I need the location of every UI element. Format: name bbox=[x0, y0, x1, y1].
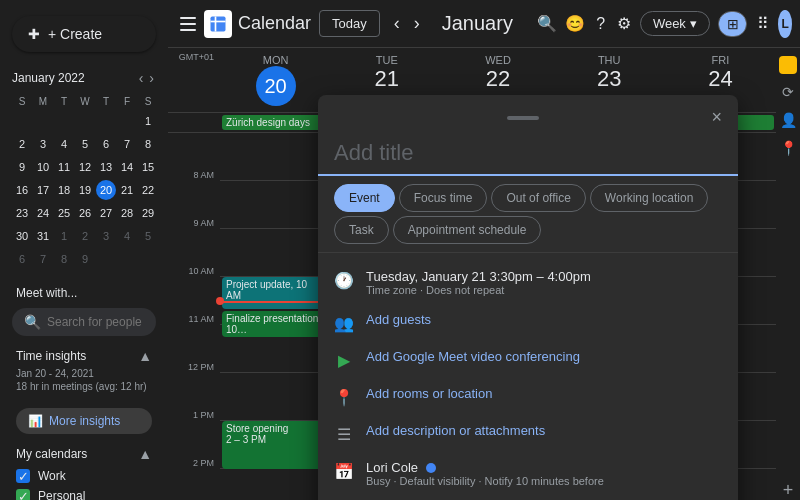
tab-task[interactable]: Task bbox=[334, 216, 389, 244]
mini-day[interactable] bbox=[75, 111, 95, 131]
today-button[interactable]: Today bbox=[319, 10, 380, 37]
mini-day[interactable]: 4 bbox=[117, 226, 137, 246]
mini-day[interactable]: 8 bbox=[138, 134, 158, 154]
right-icon-2[interactable]: ⟳ bbox=[778, 82, 798, 102]
search-button[interactable]: 🔍 bbox=[537, 8, 557, 40]
tab-appointment[interactable]: Appointment schedule bbox=[393, 216, 542, 244]
mini-day[interactable]: 21 bbox=[117, 180, 137, 200]
mini-day[interactable] bbox=[54, 111, 74, 131]
clock-icon: 🕐 bbox=[334, 270, 354, 290]
help-button[interactable]: ? bbox=[593, 8, 608, 40]
tab-event[interactable]: Event bbox=[334, 184, 395, 212]
settings-button[interactable]: ⚙ bbox=[616, 8, 631, 40]
add-right-icon[interactable]: + bbox=[778, 480, 798, 500]
avatar[interactable]: L bbox=[778, 10, 792, 38]
mini-day[interactable]: 28 bbox=[117, 203, 137, 223]
mini-day[interactable]: 4 bbox=[54, 134, 74, 154]
mini-day[interactable]: 8 bbox=[54, 249, 74, 269]
mini-day[interactable]: 5 bbox=[138, 226, 158, 246]
mini-day[interactable]: 24 bbox=[33, 203, 53, 223]
mini-day[interactable]: 25 bbox=[54, 203, 74, 223]
mini-day[interactable]: 7 bbox=[33, 249, 53, 269]
description-content[interactable]: Add description or attachments bbox=[366, 423, 722, 438]
prev-button[interactable]: ‹ bbox=[388, 9, 406, 38]
mini-day[interactable]: 31 bbox=[33, 226, 53, 246]
mini-day[interactable]: 10 bbox=[33, 157, 53, 177]
mini-day[interactable]: 13 bbox=[96, 157, 116, 177]
mini-day[interactable] bbox=[138, 249, 158, 269]
mini-day[interactable]: 6 bbox=[12, 249, 32, 269]
my-calendars-title[interactable]: My calendars bbox=[16, 447, 87, 461]
mini-day[interactable]: 7 bbox=[117, 134, 137, 154]
add-location-text[interactable]: Add rooms or location bbox=[366, 386, 722, 401]
mini-day[interactable]: 19 bbox=[75, 180, 95, 200]
mini-day-1[interactable]: 1 bbox=[138, 111, 158, 131]
event-project-update[interactable]: Project update, 10 AM bbox=[222, 277, 328, 309]
create-button[interactable]: ✚ + Create bbox=[12, 16, 156, 52]
search-people-input[interactable] bbox=[47, 315, 144, 329]
mini-day[interactable]: 15 bbox=[138, 157, 158, 177]
mini-cal-prev[interactable]: ‹ bbox=[137, 68, 146, 88]
meet-with-label: Meet with... bbox=[0, 278, 168, 304]
next-button[interactable]: › bbox=[408, 9, 426, 38]
event-finalize-presentation[interactable]: Finalize presentation, 10… bbox=[222, 311, 328, 337]
mini-day[interactable]: 9 bbox=[12, 157, 32, 177]
add-description-text[interactable]: Add description or attachments bbox=[366, 423, 722, 438]
mini-day[interactable]: 18 bbox=[54, 180, 74, 200]
meet-content[interactable]: Add Google Meet video conferencing bbox=[366, 349, 722, 364]
apps-button[interactable]: ⠿ bbox=[755, 8, 770, 40]
calendar-item-personal[interactable]: ✓ Personal bbox=[16, 486, 152, 500]
mini-day[interactable]: 12 bbox=[75, 157, 95, 177]
mini-day[interactable] bbox=[96, 249, 116, 269]
logo-text: Calendar bbox=[238, 13, 311, 34]
mini-day[interactable]: 27 bbox=[96, 203, 116, 223]
contacts-button[interactable]: 😊 bbox=[565, 8, 585, 40]
add-meet-text[interactable]: Add Google Meet video conferencing bbox=[366, 349, 722, 364]
mini-day[interactable]: 23 bbox=[12, 203, 32, 223]
mini-day[interactable]: 3 bbox=[33, 134, 53, 154]
mini-day[interactable]: 14 bbox=[117, 157, 137, 177]
insights-collapse-icon[interactable]: ▲ bbox=[138, 348, 152, 364]
right-icon-4[interactable]: 📍 bbox=[778, 138, 798, 158]
tab-out-of-office[interactable]: Out of office bbox=[491, 184, 585, 212]
mini-day[interactable] bbox=[33, 111, 53, 131]
modal-close-button[interactable]: × bbox=[711, 107, 722, 128]
grid-view-button[interactable]: ⊞ bbox=[719, 12, 747, 36]
guests-content[interactable]: Add guests bbox=[366, 312, 722, 327]
mini-day[interactable]: 29 bbox=[138, 203, 158, 223]
mini-day[interactable]: 16 bbox=[12, 180, 32, 200]
right-icon-3[interactable]: 👤 bbox=[778, 110, 798, 130]
view-dropdown[interactable]: Week ▾ bbox=[640, 11, 710, 36]
mini-day[interactable]: 26 bbox=[75, 203, 95, 223]
my-calendars-collapse[interactable]: ▲ bbox=[138, 446, 152, 462]
search-people-box[interactable]: 🔍 bbox=[12, 308, 156, 336]
right-icon-1[interactable] bbox=[779, 56, 797, 74]
mini-day[interactable]: 6 bbox=[96, 134, 116, 154]
mini-day[interactable]: 17 bbox=[33, 180, 53, 200]
mini-day-today[interactable]: 20 bbox=[96, 180, 116, 200]
mini-day[interactable]: 2 bbox=[12, 134, 32, 154]
mini-day[interactable] bbox=[96, 111, 116, 131]
location-content[interactable]: Add rooms or location bbox=[366, 386, 722, 401]
add-guests-text[interactable]: Add guests bbox=[366, 312, 722, 327]
tab-focus-time[interactable]: Focus time bbox=[399, 184, 488, 212]
event-store-opening[interactable]: Store opening2 – 3 PM bbox=[222, 421, 328, 469]
event-title-input[interactable] bbox=[318, 136, 738, 176]
mini-day[interactable] bbox=[117, 111, 137, 131]
mini-day[interactable]: 3 bbox=[96, 226, 116, 246]
mini-day[interactable] bbox=[117, 249, 137, 269]
mini-day[interactable]: 22 bbox=[138, 180, 158, 200]
mini-day[interactable]: 5 bbox=[75, 134, 95, 154]
tab-working-location[interactable]: Working location bbox=[590, 184, 709, 212]
mini-day[interactable] bbox=[12, 111, 32, 131]
calendar-item-work[interactable]: ✓ Work bbox=[16, 466, 152, 486]
mini-day[interactable]: 2 bbox=[75, 226, 95, 246]
datetime-text[interactable]: Tuesday, January 21 3:30pm – 4:00pm bbox=[366, 269, 722, 284]
mini-day[interactable]: 9 bbox=[75, 249, 95, 269]
more-insights-button[interactable]: 📊 More insights bbox=[16, 408, 152, 434]
mini-cal-next[interactable]: › bbox=[147, 68, 156, 88]
mini-day[interactable]: 11 bbox=[54, 157, 74, 177]
menu-button[interactable] bbox=[176, 12, 200, 36]
mini-day[interactable]: 1 bbox=[54, 226, 74, 246]
mini-day[interactable]: 30 bbox=[12, 226, 32, 246]
